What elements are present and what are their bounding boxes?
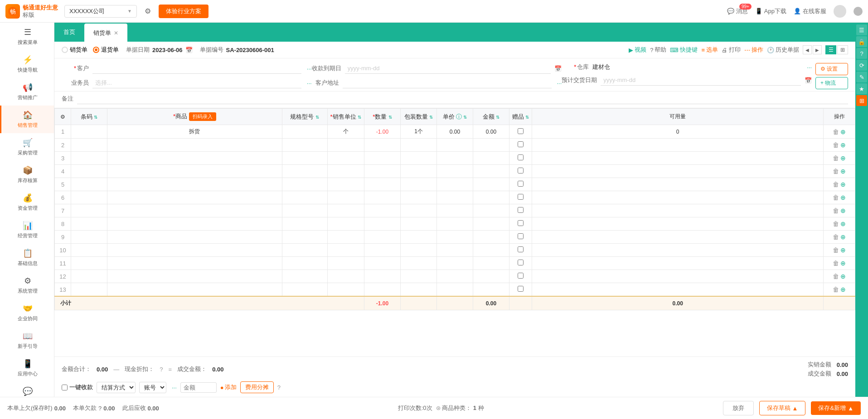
gift-checkbox[interactable] — [518, 273, 524, 279]
delete-row-icon[interactable]: 🗑 — [833, 207, 839, 214]
help-button[interactable]: ? 帮助 — [650, 46, 666, 54]
settings-gear-button[interactable]: ⚙ — [141, 5, 154, 18]
right-sidebar-btn-1[interactable]: ☰ — [856, 24, 867, 35]
sidebar-item-purchase[interactable]: 🛒 采购管理 — [0, 133, 54, 161]
one-click-pay-checkbox[interactable]: 一键收款 — [62, 383, 93, 391]
delete-row-icon[interactable]: 🗑 — [833, 260, 839, 267]
sidebar-item-basic-info[interactable]: 📋 基础信息 — [0, 244, 54, 271]
save-draft-button[interactable]: 保存草稿 ▲ — [759, 401, 806, 415]
sidebar-item-guide[interactable]: 📖 新手引导 — [0, 327, 54, 354]
logistics-button[interactable]: + 物流 — [815, 77, 848, 89]
online-service-button[interactable]: 👤 在线客服 — [794, 7, 826, 15]
copy-row-icon[interactable]: ⊕ — [840, 233, 846, 241]
history-button[interactable]: 🕐 历史单据 — [767, 46, 799, 54]
sidebar-item-finance[interactable]: 💰 资金管理 — [0, 188, 54, 216]
gift-checkbox[interactable] — [518, 220, 524, 226]
delete-row-icon[interactable]: 🗑 — [833, 273, 839, 280]
copy-row-icon[interactable]: ⊕ — [840, 154, 846, 162]
delete-row-icon[interactable]: 🗑 — [833, 168, 839, 175]
sort-unit-icon[interactable]: ⇅ — [358, 115, 361, 120]
gift-checkbox[interactable] — [518, 168, 524, 173]
select-button[interactable]: ≡ 选单 — [701, 46, 718, 54]
gift-checkbox[interactable] — [518, 246, 524, 252]
sidebar-item-search-order[interactable]: ☰ 搜索菜单 — [0, 23, 54, 50]
address-dots[interactable]: ··· — [557, 80, 562, 87]
nav-next[interactable]: ▶ — [813, 45, 822, 54]
account-dots[interactable]: ··· — [172, 384, 177, 391]
pay-method-select[interactable]: 结算方式 — [97, 382, 136, 393]
add-payment-button[interactable]: ● 添加 — [220, 383, 237, 391]
nav-prev[interactable]: ◀ — [803, 45, 812, 54]
gift-checkbox[interactable] — [518, 207, 524, 213]
copy-row-icon[interactable]: ⊕ — [840, 260, 846, 267]
copy-row-icon[interactable]: ⊕ — [840, 181, 846, 188]
gift-checkbox[interactable] — [518, 154, 524, 160]
expense-help-icon[interactable]: ? — [277, 384, 281, 391]
app-download-button[interactable]: 📱 App下载 — [755, 7, 786, 15]
operation-button[interactable]: ⋯ 操作 — [744, 46, 763, 54]
copy-row-icon[interactable]: ⊕ — [840, 273, 846, 280]
amount-input[interactable] — [180, 382, 217, 393]
delete-row-icon[interactable]: 🗑 — [833, 154, 839, 162]
trial-button[interactable]: 体验行业方案 — [159, 5, 209, 18]
customer-address-input[interactable] — [343, 77, 552, 88]
delete-row-icon[interactable]: 🗑 — [833, 233, 839, 241]
shortcut-button[interactable]: ⌨ 快捷键 — [670, 46, 698, 54]
copy-row-icon[interactable]: ⊕ — [840, 141, 846, 149]
radio-sales-order[interactable]: 销货单 — [62, 46, 87, 54]
gift-checkbox[interactable] — [518, 141, 524, 147]
discount-info-icon[interactable]: ? — [160, 366, 163, 373]
copy-row-icon[interactable]: ⊕ — [840, 220, 846, 227]
delete-row-icon[interactable]: 🗑 — [833, 220, 839, 227]
salesperson-input[interactable] — [92, 77, 301, 88]
sidebar-item-app-center[interactable]: 📱 应用中心 — [0, 354, 54, 382]
gift-checkbox[interactable] — [518, 233, 524, 239]
one-click-pay-check[interactable] — [62, 385, 68, 390]
gift-checkbox[interactable] — [518, 128, 524, 134]
print-button[interactable]: 🖨 打印 — [722, 46, 741, 54]
right-sidebar-btn-4[interactable]: ⟳ — [856, 60, 867, 71]
message-button[interactable]: 💬 消息 99+ — [727, 7, 748, 15]
copy-row-icon[interactable]: ⊕ — [840, 207, 846, 214]
due-date-input[interactable] — [345, 63, 551, 74]
form-settings-button[interactable]: ⚙ 设置 — [815, 63, 848, 75]
gift-checkbox[interactable] — [518, 181, 524, 187]
expected-date-calendar-icon[interactable]: 📅 — [805, 77, 812, 84]
sort-qty-icon[interactable]: ⇅ — [388, 115, 392, 120]
sort-price-icon[interactable]: ⇅ — [463, 115, 467, 120]
right-sidebar-btn-3[interactable]: ? — [856, 48, 867, 59]
sidebar-item-inventory[interactable]: 📦 库存核算 — [0, 161, 54, 188]
delete-row-icon[interactable]: 🗑 — [833, 286, 839, 293]
expense-split-button[interactable]: 费用分摊 — [240, 381, 274, 393]
view-list-button[interactable]: ☰ — [825, 45, 836, 54]
delete-row-icon[interactable]: 🗑 — [833, 141, 839, 149]
gift-checkbox[interactable] — [518, 286, 524, 292]
delete-row-icon[interactable]: 🗑 — [833, 246, 839, 254]
copy-row-icon[interactable]: ⊕ — [840, 286, 846, 293]
right-sidebar-btn-5[interactable]: ✎ — [856, 72, 867, 82]
right-sidebar-btn-2[interactable]: 🔒 — [856, 36, 867, 47]
sort-amount-icon[interactable]: ⇅ — [496, 115, 499, 120]
delete-row-icon[interactable]: 🗑 — [833, 181, 839, 188]
due-date-calendar-icon[interactable]: 📅 — [554, 65, 562, 72]
delete-row-icon[interactable]: 🗑 — [833, 128, 839, 135]
discard-button[interactable]: 放弃 — [723, 401, 754, 415]
calendar-icon[interactable]: 📅 — [185, 47, 193, 53]
product-type-icon[interactable]: ⊙ — [436, 405, 441, 411]
warehouse-dots[interactable]: ··· — [807, 64, 812, 71]
copy-row-icon[interactable]: ⊕ — [840, 194, 846, 201]
avatar[interactable] — [834, 5, 846, 18]
radio-return-order[interactable]: 退货单 — [93, 46, 119, 54]
sidebar-item-quick-nav[interactable]: ⚡ 快捷导航 — [0, 50, 54, 78]
info-icon[interactable]: ⓘ — [456, 113, 462, 120]
sort-barcode-icon[interactable]: ⇅ — [94, 115, 97, 120]
sidebar-item-system[interactable]: ⚙ 系统管理 — [0, 271, 54, 299]
sort-packqty-icon[interactable]: ⇅ — [429, 115, 433, 120]
sidebar-item-sales[interactable]: 🏠 销售管理 — [0, 106, 54, 133]
sort-gift-icon[interactable]: ⇅ — [525, 115, 529, 120]
company-selector[interactable]: XXXXXX公司 ▼ — [64, 5, 137, 18]
gift-checkbox[interactable] — [518, 260, 524, 265]
copy-row-icon[interactable]: ⊕ — [840, 168, 846, 175]
sort-spec-icon[interactable]: ⇅ — [315, 115, 319, 120]
arrears-info-icon[interactable]: ? — [98, 405, 102, 412]
